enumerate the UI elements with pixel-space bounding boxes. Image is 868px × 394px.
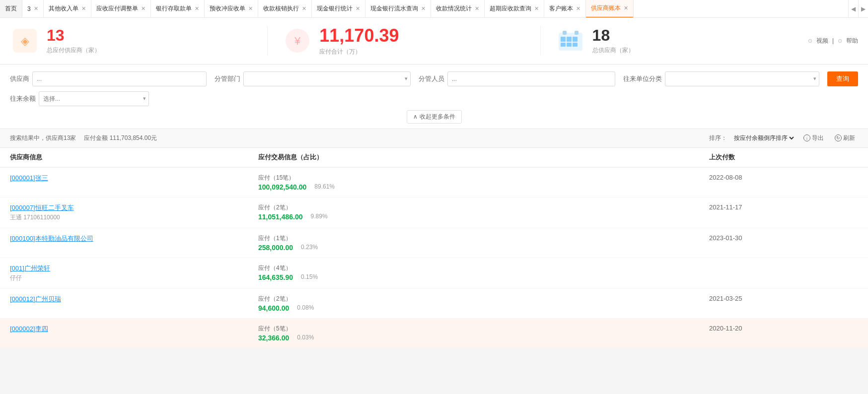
payable-info-cell: 应付（2笔） 94,600.00 0.08%	[258, 295, 709, 312]
supplier-name-link[interactable]: [000100]本特勤油品有限公司	[10, 234, 258, 243]
payable-pct: 89.61%	[314, 183, 335, 190]
close-icon[interactable]: ✕	[576, 5, 580, 12]
summary-card-payable-content: 13 总应付供应商（家）	[47, 27, 100, 55]
payable-amount-link[interactable]: 11,051,486.00	[258, 213, 303, 221]
supplier-name-link[interactable]: [000007]恒旺二手叉车	[10, 203, 258, 212]
balance-filter-input[interactable]	[39, 91, 149, 106]
close-icon[interactable]: ✕	[248, 5, 253, 12]
nav-tab-overdue-ar[interactable]: 超期应收款查询 ✕	[485, 0, 544, 18]
filter-section: 供应商 分管部门 ▾ 分管人员 往来单位分类 ▾ 查询 往来余额	[0, 65, 868, 129]
category-select-wrapper: ▾	[665, 71, 820, 86]
summary-card-total-suppliers-content: 18 总供应商（家）	[592, 27, 634, 55]
result-amount-text: 应付金额 111,703,854.00元	[84, 134, 157, 142]
payable-label: 应付（4笔）	[258, 264, 709, 272]
nav-tab-cash-bank-flow[interactable]: 现金银行流水查询 ✕	[365, 0, 431, 18]
payable-amount-link[interactable]: 100,092,540.00	[258, 183, 306, 191]
nav-tab-ar-ap-adjust[interactable]: 应收应付调整单 ✕	[91, 0, 151, 18]
close-icon[interactable]: ✕	[195, 5, 199, 12]
payable-amount-link[interactable]: 94,600.00	[258, 304, 289, 312]
nav-tab-other-income[interactable]: 其他收入单 ✕	[44, 0, 91, 18]
total-suppliers-number: 18	[592, 27, 634, 44]
filter-category: 往来单位分类 ▾	[623, 71, 820, 86]
dept-select-wrapper: ▾	[243, 71, 411, 86]
nav-tab-supplier-ledger[interactable]: 供应商账本 ✕	[586, 0, 634, 18]
svg-rect-10	[573, 43, 578, 47]
close-icon[interactable]: ✕	[302, 5, 306, 12]
table-row: [000002]李四 应付（5笔） 32,366.00 0.03% 2020-1…	[0, 319, 868, 348]
payable-amount-link[interactable]: 164,635.90	[258, 273, 293, 281]
supplier-name-link[interactable]: [000012]广州贝瑞	[10, 295, 258, 304]
payable-suppliers-label: 总应付供应商（家）	[47, 46, 100, 55]
payable-info-cell: 应付（5笔） 32,366.00 0.03%	[258, 325, 709, 342]
svg-text:◈: ◈	[21, 35, 29, 47]
result-summary-text: 搜索结果中，供应商13家	[10, 134, 76, 142]
nav-tab-home[interactable]: 首页	[0, 0, 22, 18]
payable-info-cell: 应付（2笔） 11,051,486.00 9.89%	[258, 203, 709, 221]
filter-balance: 往来余额 ▾	[10, 91, 149, 106]
close-icon[interactable]: ✕	[81, 5, 86, 12]
summary-card-payable-total: ¥ 11,170.39 应付合计（万）	[267, 26, 535, 56]
nav-tab-customer-ledger-label: 客户账本	[549, 4, 573, 13]
result-actions: 排序： 按应付余额倒序排序 ↓ 导出 ↻ 刷新	[709, 133, 858, 143]
close-icon[interactable]: ✕	[356, 5, 360, 12]
nav-scroll-arrows: ◀ ▶	[848, 0, 868, 18]
payable-amount-link[interactable]: 258,000.00	[258, 244, 293, 252]
close-icon[interactable]: ✕	[141, 5, 145, 12]
person-filter-input[interactable]	[447, 71, 615, 86]
supplier-table: 供应商信息 应付交易信息（占比） 上次付数 [000001]张三 应付（15笔）…	[0, 148, 868, 348]
table-row: [001]广州荣轩 仔仔 应付（4笔） 164,635.90 0.15%	[0, 258, 868, 289]
nav-left-arrow[interactable]: ◀	[848, 0, 858, 18]
supplier-name-link[interactable]: [001]广州荣轩	[10, 264, 258, 273]
nav-tab-bank-deposit[interactable]: 银行存取款单 ✕	[151, 0, 205, 18]
payable-pct: 9.89%	[311, 213, 328, 220]
table-row: [000012]广州贝瑞 应付（2笔） 94,600.00 0.08% 2021…	[0, 289, 868, 319]
payable-label: 应付（5笔）	[258, 325, 709, 333]
search-button[interactable]: 查询	[827, 71, 858, 86]
nav-tab-3[interactable]: 3 ✕	[22, 0, 44, 18]
svg-text:¥: ¥	[294, 35, 301, 47]
refresh-button-label: 刷新	[843, 134, 855, 142]
video-link[interactable]: 视频	[816, 37, 828, 45]
nav-tab-cash-bank-stat[interactable]: 现金银行统计 ✕	[312, 0, 365, 18]
nav-tab-collection-stat[interactable]: 收款情况统计 ✕	[431, 0, 485, 18]
category-filter-input[interactable]	[665, 71, 820, 86]
payable-suppliers-icon: ◈	[10, 26, 40, 56]
svg-rect-9	[567, 43, 572, 47]
svg-rect-11	[563, 31, 567, 35]
supplier-name-link[interactable]: [000002]李四	[10, 325, 258, 333]
results-bar: 搜索结果中，供应商13家 应付金额 111,703,854.00元 排序： 按应…	[0, 129, 868, 148]
help-link[interactable]: 帮助	[846, 37, 858, 45]
close-icon[interactable]: ✕	[421, 5, 426, 12]
close-icon[interactable]: ✕	[624, 5, 628, 11]
refresh-button[interactable]: ↻ 刷新	[832, 133, 858, 143]
supplier-info-cell: [001]广州荣轩 仔仔	[10, 264, 258, 282]
supplier-name-link[interactable]: [000001]张三	[10, 174, 258, 183]
close-icon[interactable]: ✕	[34, 5, 38, 12]
payable-label: 应付（2笔）	[258, 203, 709, 212]
payable-suppliers-number: 13	[47, 27, 100, 44]
sort-select[interactable]: 按应付余额倒序排序	[732, 134, 796, 142]
nav-tab-pre-receive-label: 预收冲应收单	[210, 4, 245, 13]
nav-right-arrow[interactable]: ▶	[858, 0, 868, 18]
supplier-filter-input[interactable]	[32, 71, 207, 86]
nav-tab-collection-verify[interactable]: 收款核销执行 ✕	[258, 0, 312, 18]
payable-label: 应付（1笔）	[258, 234, 709, 243]
close-icon[interactable]: ✕	[534, 5, 539, 12]
last-pay-cell: 2021-11-17	[709, 203, 858, 211]
summary-card-total-suppliers: 18 总供应商（家）	[540, 26, 808, 56]
nav-tab-customer-ledger[interactable]: 客户账本 ✕	[544, 0, 586, 18]
payable-info-cell: 应付（1笔） 258,000.00 0.23%	[258, 234, 709, 252]
nav-tab-3-label: 3	[27, 5, 31, 12]
nav-tab-cash-bank-stat-label: 现金银行统计	[317, 4, 353, 13]
top-links: ⊙ 视频 | ⊙ 帮助	[808, 37, 858, 45]
export-icon: ↓	[803, 134, 810, 141]
collapse-button[interactable]: ∧ 收起更多条件	[407, 110, 462, 124]
balance-filter-label: 往来余额	[10, 94, 36, 103]
close-icon[interactable]: ✕	[475, 5, 479, 12]
dept-filter-input[interactable]	[243, 71, 411, 86]
export-button[interactable]: ↓ 导出	[800, 133, 827, 143]
nav-tab-pre-receive[interactable]: 预收冲应收单 ✕	[205, 0, 258, 18]
payable-amount-link[interactable]: 32,366.00	[258, 334, 289, 342]
nav-tab-other-income-label: 其他收入单	[49, 4, 78, 13]
payable-pct: 0.15%	[301, 273, 318, 280]
